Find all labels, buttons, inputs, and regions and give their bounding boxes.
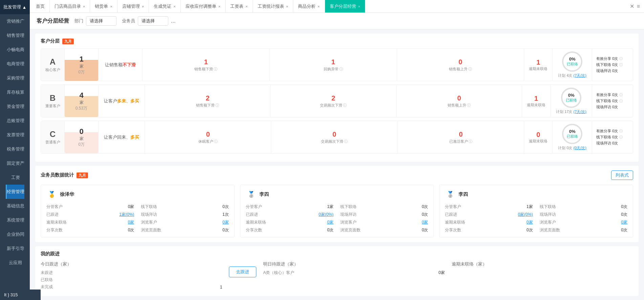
sidebar-item-云应用[interactable]: 云应用 (6, 256, 24, 270)
staff-label: 业务员 (122, 18, 135, 24)
sidebar-item-总账管理[interactable]: 总账管理 (6, 114, 24, 128)
biz-stat-right-0-1: 现场拜访 1次 (141, 212, 229, 217)
sidebar-item-发票管理[interactable]: 发票管理 (6, 128, 24, 142)
biz-card-header-0: 🥇 徐泽华 (46, 189, 229, 200)
side-stat-info-icon[interactable]: ⓘ (619, 63, 623, 67)
tab-close-icon[interactable]: × (173, 4, 175, 8)
tab-more-icon[interactable]: ≡ (637, 3, 640, 9)
tab-门店商品目录[interactable]: 门店商品目录× (50, 0, 90, 13)
side-stat-C-2: 现场拜访 0次 (596, 141, 629, 146)
tier-contact-C: 0 逾期未联络 (524, 121, 553, 153)
tab-close-icon[interactable]: × (83, 4, 85, 8)
biz-stat-left-0-1: 已跟进 1家(0%) (46, 212, 134, 217)
sidebar-item-营销推广[interactable]: 营销推广 (6, 14, 24, 28)
biz-stats-grid-0: 分管客户 0家 线下联络 0次 已跟进 1家(0%) 现场拜访 1次 逾期未联络… (46, 204, 229, 233)
biz-name-2: 李四 (458, 191, 468, 198)
sidebar-item-销售管理[interactable]: 销售管理 (6, 28, 24, 43)
sidebar-header[interactable]: 批发管理 ▲ (0, 0, 30, 14)
stat-label-B-2: 销售额上升 ⓘ (448, 103, 471, 108)
sidebar-item-税务管理[interactable]: 税务管理 (6, 142, 24, 156)
tier-count-unit-C: 家 (80, 136, 84, 142)
biz-card-header-1: 🥈 李四 (246, 189, 428, 200)
sidebar-item-库存核算[interactable]: 库存核算 (6, 85, 24, 99)
biz-stat-right-2-0: 线下联络 0次 (540, 204, 627, 210)
tab-label: 工资表 (230, 3, 243, 9)
biz-stats-grid-2: 分管客户 1家 线下联络 0次 已跟进 0家(0%) 现场拜访 0次 逾期未联络… (445, 204, 627, 233)
side-stat-info-icon[interactable]: ⓘ (619, 56, 623, 61)
tab-close-icon[interactable]: × (110, 4, 112, 8)
circle-container-A: 0% 已联络 (562, 51, 582, 72)
circle-container-B: 0% 已联络 (561, 88, 581, 108)
tab-close-icon[interactable]: × (245, 4, 248, 8)
tier-stat-A-0: 1 销售额下滑 ⓘ (143, 49, 270, 81)
tab-label: 店铺管理 (122, 3, 140, 9)
biz-stat-left-0-3: 分享次数 0次 (46, 227, 134, 233)
tier-suggestion-C: 让客户回来、多买 (99, 121, 145, 153)
follow-title: 我的跟进 (41, 251, 633, 257)
sidebar-item-电商管理[interactable]: 电商管理 (6, 57, 24, 71)
tier-count-A: 1 家 0万 (65, 49, 99, 81)
tab-首页[interactable]: 首页 (31, 0, 50, 13)
sidebar-item-系统管理[interactable]: 系统管理 (6, 213, 24, 227)
tab-close-icon[interactable]: × (358, 4, 360, 8)
today-label-2: 已联络 (41, 277, 53, 283)
side-stat-info-icon[interactable]: ⓘ (619, 99, 623, 103)
tier-letter-C: C (50, 130, 56, 139)
tab-bar-end: ✕ ≡ (630, 3, 643, 9)
sidebar-item-采购管理[interactable]: 采购管理 (6, 71, 24, 85)
biz-stat-right-2-1: 现场拜访 0次 (540, 212, 627, 217)
biz-stats-grid-1: 分管客户 1家 线下联络 0次 已跟进 0家(0%) 现场拜访 0次 逾期未联络… (246, 204, 428, 233)
sidebar-item-经营管理[interactable]: 经营管理 (6, 185, 24, 199)
tab-客户分层经营[interactable]: 客户分层经营× (325, 0, 365, 13)
biz-stat-left-0-0: 分管客户 0家 (46, 204, 134, 210)
sidebar-item-固定资产[interactable]: 固定资产 (6, 156, 24, 170)
sidebar-item-新手引导[interactable]: 新手引导 (6, 241, 24, 256)
staff-select[interactable]: 请选择 (138, 16, 168, 26)
biz-stat-right-1-0: 线下联络 0次 (340, 204, 428, 210)
stat-label-B-1: 交易频次下滑 ⓘ (320, 103, 347, 108)
sidebar: 批发管理 ▲ 营销推广销售管理小畅电商电商管理采购管理库存核算资金管理总账管理发… (0, 0, 30, 300)
tab-close-icon[interactable]: × (318, 4, 320, 8)
sidebar-item-工资[interactable]: 工资 (6, 170, 24, 185)
sidebar-item-基础信息[interactable]: 基础信息 (6, 199, 24, 213)
tab-店铺管理[interactable]: 店铺管理× (117, 0, 149, 13)
tier-row-C: C普通客户 0 家 0万 让客户回来、多买 0 休眠客户 ⓘ 0 交易频次下滑 … (41, 121, 633, 154)
tab-close-icon[interactable]: × (142, 4, 144, 8)
customer-tier-section: 客户分层 九月 A核心客户 1 家 0万 让销售额不下滑 1 销售额下滑 ⓘ 1… (35, 33, 639, 162)
dept-select[interactable]: 请选择 (86, 16, 116, 26)
goto-follow-button[interactable]: 去跟进 (229, 267, 256, 277)
side-stat-C-0: 有效分享 0次ⓘ (596, 129, 629, 134)
tab-商品分析[interactable]: 商品分析× (293, 0, 325, 13)
tier-letter-B: B (50, 93, 56, 103)
sidebar-item-企业协同[interactable]: 企业协同 (6, 227, 24, 241)
tab-label: 首页 (36, 3, 45, 9)
page-content: 客户分层经营 部门 请选择 业务员 请选择 ... 客户分层 九月 A核心客户 (30, 13, 644, 300)
sidebar-item-小畅电商[interactable]: 小畅电商 (6, 43, 24, 57)
tier-count-number-A: 1 (79, 55, 83, 64)
tab-close-icon[interactable]: × (218, 4, 220, 8)
contact-number-C: 0 (536, 131, 540, 139)
section-title-customer: 客户分层 九月 (41, 38, 633, 44)
tab-close-icon[interactable]: × (286, 4, 288, 8)
tab-label: 工资统计报表 (258, 3, 284, 9)
biz-name-1: 李四 (259, 191, 269, 198)
side-stat-info-icon[interactable]: ⓘ (619, 135, 623, 140)
tab-工资表[interactable]: 工资表× (226, 0, 253, 13)
goto-follow-col: 去跟进 (229, 261, 256, 277)
biz-header: 业务员数据统计 九月 列表式 (41, 170, 633, 180)
biz-stat-right-1-1: 现场拜访 0次 (340, 212, 428, 217)
tab-label: 门店商品目录 (55, 3, 81, 9)
tab-销货单[interactable]: 销货单× (90, 0, 117, 13)
list-view-button[interactable]: 列表式 (611, 170, 633, 180)
side-stat-info-icon[interactable]: ⓘ (619, 129, 623, 134)
tab-工资统计报表[interactable]: 工资统计报表× (253, 0, 293, 13)
page-header: 客户分层经营 部门 请选择 业务员 请选择 ... (30, 13, 644, 29)
side-stat-info-icon[interactable]: ⓘ (619, 93, 623, 97)
tier-suggestion-B: 让客户多来、多买 (99, 85, 145, 117)
tab-应收应付调整单[interactable]: 应收应付调整单× (181, 0, 226, 13)
filter-more-icon[interactable]: ... (171, 18, 175, 24)
tab-生成凭证[interactable]: 生成凭证× (149, 0, 180, 13)
sidebar-item-资金管理[interactable]: 资金管理 (6, 99, 24, 114)
tab-close-all-icon[interactable]: ✕ (630, 3, 634, 9)
tier-contact-B: 1 逾期未联络 (522, 85, 551, 117)
